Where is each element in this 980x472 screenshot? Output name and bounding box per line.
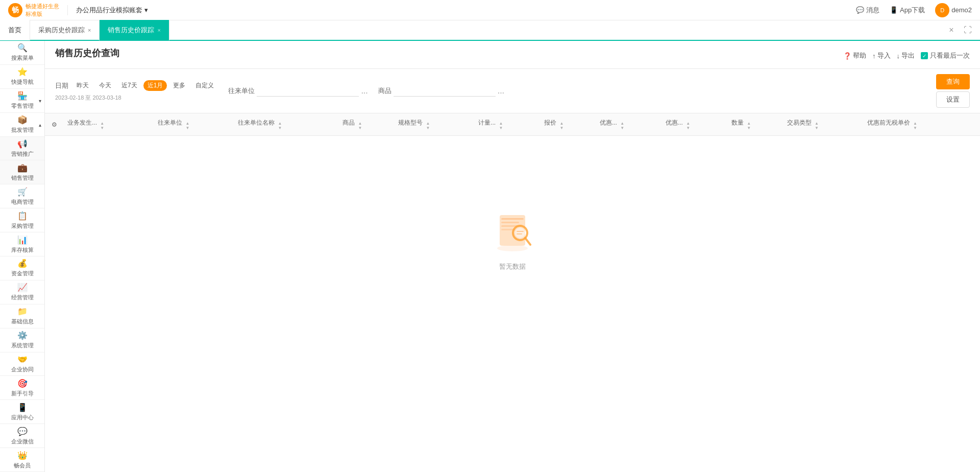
sidebar-label-purchase: 采购管理	[11, 222, 34, 230]
tab-sales-history[interactable]: 销售历史价跟踪 ×	[100, 20, 169, 40]
tab-purchase-history[interactable]: 采购历史价跟踪 ×	[30, 20, 100, 40]
only-last-label: 只看最后一次	[930, 51, 970, 60]
sidebar-item-sales-mgmt[interactable]: 💼 销售管理	[0, 160, 44, 184]
date-btn-1month[interactable]: 近1月	[143, 80, 167, 91]
date-btn-7days[interactable]: 近7天	[117, 80, 141, 91]
message-label: 消息	[866, 6, 879, 15]
sidebar-label-operations: 经营管理	[11, 294, 34, 301]
tab-home[interactable]: 首页	[0, 20, 30, 40]
tab-home-label: 首页	[8, 26, 21, 35]
table-col-partner-name[interactable]: 往来单位名称 ▲▼	[234, 113, 338, 136]
table-col-discount2[interactable]: 优惠... ▲▼	[662, 113, 727, 136]
sidebar-label-wechat: 企业微信	[11, 438, 34, 445]
sidebar-item-wechat[interactable]: 💬 企业微信	[0, 424, 44, 448]
sidebar-item-finance[interactable]: 💰 资金管理	[0, 256, 44, 280]
close-all-tabs-button[interactable]: ×	[945, 24, 958, 36]
date-filter-label: 日期	[55, 81, 68, 90]
sidebar-label-sales-mgmt: 销售管理	[11, 174, 34, 182]
table-col-biz-date[interactable]: 业务发生... ▲▼	[63, 113, 154, 136]
tab-bar: 首页 采购历史价跟踪 × 销售历史价跟踪 × × ⛶	[0, 20, 980, 41]
table-col-discount1[interactable]: 优惠... ▲▼	[596, 113, 662, 136]
table-col-spec[interactable]: 规格型号 ▲▼	[394, 113, 474, 136]
fullscreen-button[interactable]: ⛶	[962, 24, 974, 36]
sidebar-item-app-center[interactable]: 📱 应用中心	[0, 400, 44, 424]
sidebar-item-newbie[interactable]: 🎯 新手引导	[0, 376, 44, 400]
sidebar-item-search-menu[interactable]: 🔍 搜索菜单	[0, 41, 44, 65]
shortcuts-icon: ⭐	[17, 67, 28, 77]
product-input[interactable]	[394, 85, 496, 97]
source-unit-picker-icon[interactable]: ...	[361, 86, 368, 96]
help-button[interactable]: ❓ 帮助	[843, 51, 866, 60]
only-last-checkbox-group[interactable]: ✓ 只看最后一次	[921, 51, 970, 60]
date-range-display: 2023-02-18 至 2023-03-18	[55, 94, 218, 102]
sidebar-item-marketing[interactable]: 📢 营销推广	[0, 137, 44, 161]
sidebar-item-purchase[interactable]: 📋 采购管理	[0, 208, 44, 232]
date-btn-yesterday[interactable]: 昨天	[72, 80, 93, 91]
table-col-trade-type[interactable]: 交易类型 ▲▼	[783, 113, 863, 136]
settings-button[interactable]: 设置	[936, 91, 970, 108]
table-container: ⚙ 业务发生... ▲▼ 往来单位 ▲▼ 往来单位名称 ▲▼	[45, 113, 980, 472]
svg-rect-3	[501, 222, 519, 223]
import-button[interactable]: ↑ 导入	[872, 51, 891, 60]
sidebar-item-enterprise[interactable]: 🤝 企业协同	[0, 352, 44, 376]
user-profile[interactable]: D demo2	[935, 3, 972, 17]
product-picker-icon[interactable]: ...	[498, 86, 504, 96]
page-title: 销售历史价查询	[55, 47, 119, 59]
sidebar-item-operations[interactable]: 📈 经营管理	[0, 280, 44, 304]
filter-actions: 查询 设置	[936, 74, 970, 108]
svg-rect-2	[501, 218, 524, 220]
tab-sales-close-icon[interactable]: ×	[157, 27, 160, 33]
membership-icon: 👑	[17, 451, 28, 460]
table-col-unit[interactable]: 计量... ▲▼	[474, 113, 540, 136]
sort-quote-icon: ▲▼	[559, 122, 564, 130]
export-button[interactable]: ↓ 导出	[897, 51, 915, 60]
sidebar-item-retail[interactable]: 🏪 零售管理 ▾	[0, 89, 44, 113]
table-col-quantity[interactable]: 数量 ▲▼	[727, 113, 783, 136]
date-btn-more[interactable]: 更多	[169, 80, 189, 91]
sort-discount1-icon: ▲▼	[620, 122, 624, 130]
table-col-quote[interactable]: 报价 ▲▼	[540, 113, 596, 136]
only-last-checkbox[interactable]: ✓	[921, 52, 928, 59]
sidebar-item-inventory[interactable]: 📊 库存核算	[0, 232, 44, 256]
sort-quantity-icon: ▲▼	[747, 122, 751, 130]
sidebar-item-basic-info[interactable]: 📁 基础信息	[0, 304, 44, 328]
sidebar-item-wholesale[interactable]: 📦 批发管理 ▴	[0, 113, 44, 137]
sort-pre-discount-price-icon: ▲▼	[913, 122, 917, 130]
sidebar-item-membership[interactable]: 👑 畅会员	[0, 448, 44, 472]
sidebar-item-system[interactable]: ⚙️ 系统管理	[0, 328, 44, 352]
message-button[interactable]: 💬 消息	[856, 6, 879, 15]
download-icon: 📱	[890, 6, 898, 14]
sort-product-icon: ▲▼	[358, 122, 362, 130]
date-buttons: 昨天 今天 近7天 近1月 更多 自定义	[72, 80, 218, 91]
table-col-pre-discount-price[interactable]: 优惠前无税单价 ▲▼	[863, 113, 980, 136]
retail-icon: 🏪	[17, 91, 28, 101]
filter-row: 日期 昨天 今天 近7天 近1月 更多 自定义 2023-02-18 至 202…	[45, 69, 980, 113]
sidebar-label-shortcuts: 快捷导航	[11, 78, 34, 86]
sidebar-label-enterprise: 企业协同	[11, 366, 34, 373]
data-table: ⚙ 业务发生... ▲▼ 往来单位 ▲▼ 往来单位名称 ▲▼	[45, 113, 980, 136]
sidebar-label-membership: 畅会员	[14, 462, 31, 469]
app-download-button[interactable]: 📱 App下载	[890, 6, 925, 15]
table-col-gear[interactable]: ⚙	[45, 113, 63, 136]
help-icon: ❓	[843, 52, 851, 60]
main-layout: 🔍 搜索菜单 ⭐ 快捷导航 🏪 零售管理 ▾ 📦 批发管理 ▴ 📢 营销推广 💼…	[0, 41, 980, 472]
sidebar-item-ecommerce[interactable]: 🛒 电商管理	[0, 184, 44, 208]
sidebar-label-marketing: 营销推广	[11, 150, 34, 158]
source-unit-input[interactable]	[257, 85, 359, 97]
message-icon: 💬	[856, 6, 864, 14]
query-button[interactable]: 查询	[936, 74, 970, 89]
gear-icon: ⚙	[52, 121, 57, 128]
app-selector[interactable]: 办公用品行业模拟账套 ▾	[76, 6, 148, 15]
tab-purchase-close-icon[interactable]: ×	[88, 27, 91, 33]
svg-line-8	[525, 238, 530, 245]
sidebar-item-shortcuts[interactable]: ⭐ 快捷导航	[0, 65, 44, 89]
table-col-product[interactable]: 商品 ▲▼	[338, 113, 394, 136]
enterprise-icon: 🤝	[17, 355, 28, 364]
table-col-partner-code[interactable]: 往来单位 ▲▼	[154, 113, 234, 136]
user-name: demo2	[951, 6, 972, 14]
date-btn-custom[interactable]: 自定义	[191, 80, 218, 91]
sort-spec-icon: ▲▼	[426, 122, 430, 130]
product-filter: 商品 ...	[378, 85, 504, 97]
import-icon: ↑	[872, 52, 876, 60]
date-btn-today[interactable]: 今天	[95, 80, 115, 91]
